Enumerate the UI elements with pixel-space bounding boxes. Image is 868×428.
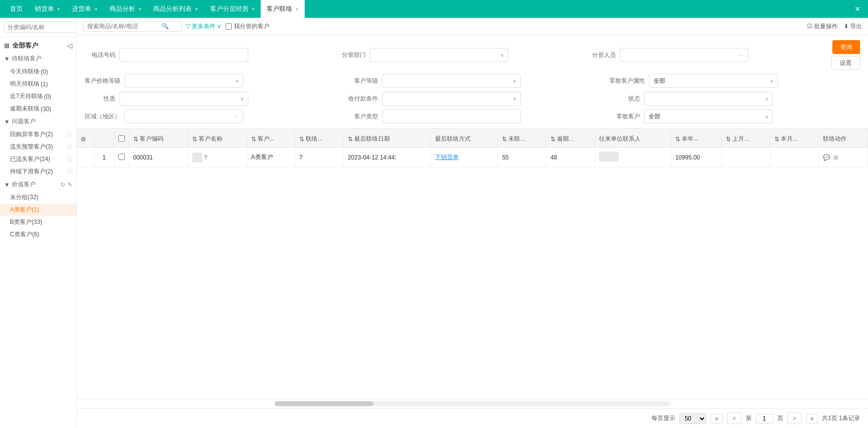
filter-nature-select[interactable]: ∨ <box>119 92 248 106</box>
grid-action-icon[interactable]: ⊞ <box>833 154 838 161</box>
nav-product-analysis[interactable]: 商品分析 × <box>104 0 147 18</box>
close-customer-contact-icon[interactable]: × <box>295 6 298 12</box>
close-purchase-icon[interactable]: × <box>94 6 97 12</box>
nav-customer-contact[interactable]: 客户联络 × <box>261 0 304 18</box>
nav-product-list[interactable]: 商品分析列表 × <box>147 0 204 18</box>
customer-avatar <box>192 153 202 162</box>
filter-nature: 性质 ∨ <box>85 92 335 106</box>
filter-phone-input[interactable] <box>119 48 248 62</box>
sidebar-all-customers-header[interactable]: ⊞ 全部客户 ◁ <box>0 37 76 52</box>
filter-dept: 分管部门 ∨ <box>335 48 573 62</box>
th-type: ⇅客户... <box>247 131 295 148</box>
sort-type-icon: ⇅ <box>251 136 256 143</box>
sidebar-item-7days[interactable]: 近7天待联络(0) <box>0 90 76 103</box>
export-button[interactable]: ⬇ 导出 <box>844 22 862 31</box>
filter-row-3: 性质 ∨ 收付款条件 ∨ 状态 <box>85 92 860 106</box>
sidebar-search-area: 🔍 <box>0 18 76 37</box>
filter-payment-select[interactable]: ∨ <box>382 92 521 106</box>
filter-customer-level-select[interactable]: ∨ <box>382 74 521 88</box>
toolbar-search-icon[interactable]: 🔍 <box>162 23 169 30</box>
close-product-list-icon[interactable]: × <box>195 6 198 12</box>
sidebar-item-unclassified[interactable]: 未分组(32) <box>0 191 76 204</box>
sidebar-item-repurchase-abnormal[interactable]: 回购异常客户(2) ⓘ <box>0 128 76 141</box>
last-page-button[interactable]: » <box>806 414 818 424</box>
nav-customer-segment[interactable]: 客户分层经营 × <box>204 0 261 18</box>
horizontal-scroll-area <box>77 399 868 408</box>
scroll-thumb[interactable] <box>274 401 374 406</box>
filter-manager: 分管人员 ··· <box>585 48 823 62</box>
sidebar-item-today[interactable]: 今天待联络(0) <box>0 65 76 78</box>
my-customer-checkbox[interactable] <box>225 23 232 30</box>
next-page-button[interactable]: ＞ <box>787 413 802 424</box>
filter-phone-label: 电话号码 <box>85 51 119 59</box>
batch-icon: ☑ <box>807 23 813 30</box>
edit-icon[interactable]: ✎ <box>67 181 72 188</box>
close-all-button[interactable]: × <box>851 4 864 14</box>
td-last-method: 下销货单 <box>431 148 498 167</box>
grid-icon: ⊞ <box>4 42 9 50</box>
pagination: 每页显示 50 20 100 « ＜ 第 页 ＞ » 共1页 1条记录 <box>77 408 868 428</box>
sidebar-item-churned[interactable]: 已流失客户(24) ⓘ <box>0 153 76 165</box>
sidebar-item-tomorrow[interactable]: 明天待联络(1) <box>0 78 76 90</box>
th-gear: ⚙ <box>77 131 94 148</box>
my-customer-checkbox-area[interactable]: 我分管的客户 <box>225 22 270 31</box>
toolbar-search-input[interactable] <box>87 23 162 30</box>
content-area: 🔍 ▽ 更多条件 ∨ 我分管的客户 ☑ 批量操作 ⬇ 导出 <box>77 18 868 428</box>
select-all-checkbox[interactable] <box>118 135 125 142</box>
batch-op-button[interactable]: ☑ 批量操作 <box>807 22 838 31</box>
per-page-label: 每页显示 <box>651 414 675 423</box>
filter-dept-select[interactable]: ∨ <box>370 48 508 62</box>
gear-icon[interactable]: ⚙ <box>81 136 86 143</box>
row-checkbox[interactable] <box>118 154 125 160</box>
close-sales-icon[interactable]: × <box>57 6 60 12</box>
more-filter-button[interactable]: ▽ 更多条件 ∨ <box>186 22 221 31</box>
td-code: 000031 <box>129 148 188 167</box>
filter-retail-attr: 零散客户属性 全部 ∨ <box>609 74 860 88</box>
filter-region-select[interactable]: ··· <box>124 109 243 123</box>
th-this-month: ⇅本月... <box>770 131 818 148</box>
filter-customer-type-input[interactable] <box>382 109 521 123</box>
filter-retail-customer-select[interactable]: 全部 ∨ <box>644 109 773 123</box>
last-method-link[interactable]: 下销货单 <box>435 154 459 160</box>
sidebar-collapse-icon[interactable]: ◁ <box>67 42 72 50</box>
close-product-analysis-icon[interactable]: × <box>138 6 141 12</box>
nav-home[interactable]: 首页 <box>4 0 29 18</box>
sidebar-item-class-c[interactable]: C类客户(6) <box>0 228 76 241</box>
sidebar-item-churn-warning[interactable]: 流失预警客户(3) ⓘ <box>0 141 76 153</box>
first-page-button[interactable]: « <box>710 414 723 424</box>
retail-customer-dropdown-icon: ∨ <box>765 114 768 119</box>
prev-page-button[interactable]: ＜ <box>727 413 742 424</box>
settings-button[interactable]: 设置 <box>831 56 860 70</box>
dept-dropdown-icon: ∨ <box>500 53 504 58</box>
filter-retail-attr-select[interactable]: 全部 ∨ <box>649 74 778 88</box>
td-overdue: 48 <box>546 148 595 167</box>
refresh-icon[interactable]: ↻ <box>60 181 65 188</box>
filter-manager-input[interactable]: ··· <box>620 48 749 62</box>
chat-action-icon[interactable]: 💬 <box>823 154 830 161</box>
sidebar-item-overdue[interactable]: 逾期未联络(30) <box>0 103 76 115</box>
filter-status-select[interactable]: ∨ <box>644 92 773 106</box>
th-code: ⇅客户编码 <box>129 131 188 148</box>
filter-status-label: 状态 <box>609 95 644 103</box>
table-container: ⚙ ⇅客户编码 ⇅客户名称 <box>77 131 868 399</box>
info-icon-1: ⓘ <box>67 131 72 138</box>
filter-price-level-select[interactable]: ∨ <box>124 74 243 88</box>
sidebar-problem-section[interactable]: ▼ 问题客户 <box>0 115 76 128</box>
th-unit-contact: 往来单位联系人 <box>595 131 671 148</box>
page-number-input[interactable] <box>756 414 773 424</box>
value-section-actions: ↻ ✎ <box>60 181 72 188</box>
nav-sales[interactable]: 销货单 × <box>29 0 66 18</box>
query-btn-area: 查询 设置 <box>823 40 860 70</box>
retail-attr-dropdown-icon: ∨ <box>770 78 773 84</box>
nav-purchase[interactable]: 进货单 × <box>66 0 103 18</box>
per-page-select[interactable]: 50 20 100 <box>679 413 706 424</box>
sidebar-item-class-a[interactable]: A类客户(1) <box>0 204 76 216</box>
close-customer-segment-icon[interactable]: × <box>252 6 255 12</box>
sidebar-value-section[interactable]: ▼ 价值客户 ↻ ✎ <box>0 178 76 191</box>
sidebar-search-input[interactable] <box>4 22 77 33</box>
filter-row-2: 客户价格等级 ∨ 客户等级 ∨ 零散客户属性 <box>85 74 860 88</box>
sidebar-item-declining[interactable]: 持续下滑客户(2) ⓘ <box>0 165 76 178</box>
sidebar-pending-section[interactable]: ▼ 待联络客户 <box>0 52 76 65</box>
sidebar-item-class-b[interactable]: B类客户(33) <box>0 216 76 228</box>
query-button[interactable]: 查询 <box>832 40 860 54</box>
